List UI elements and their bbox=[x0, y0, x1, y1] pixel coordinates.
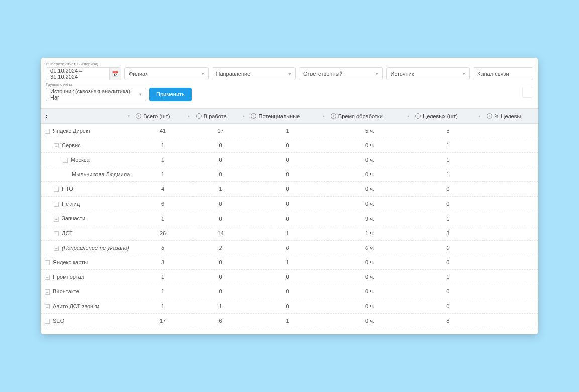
cell-value: 0 bbox=[248, 284, 327, 299]
cell-value: 3 bbox=[133, 255, 193, 269]
settings-icon[interactable] bbox=[522, 87, 533, 98]
period-label: Выберите отчётный период bbox=[46, 62, 533, 66]
expander-icon[interactable]: – bbox=[45, 275, 50, 280]
calendar-icon[interactable]: 📅 bbox=[109, 68, 121, 80]
cell-value: 0 bbox=[193, 197, 248, 211]
cell-value: 1 bbox=[133, 153, 193, 167]
filter-responsible[interactable]: Ответственный ▾ bbox=[299, 67, 383, 80]
cell-value: 0 bbox=[248, 167, 327, 182]
col-processtime[interactable]: iВремя обработки▴ bbox=[328, 109, 412, 124]
filter-channel[interactable]: Канал связи bbox=[473, 67, 533, 80]
cell-value: 0 bbox=[193, 255, 248, 269]
expander-icon[interactable]: – bbox=[63, 158, 68, 163]
info-icon: i bbox=[251, 113, 256, 119]
cell-value: 0 bbox=[248, 197, 327, 211]
table-row[interactable]: –Яндекс карты3010 ч.0 bbox=[41, 255, 538, 269]
group-label: Группы отчёта bbox=[46, 82, 533, 87]
cell-value: 6 bbox=[133, 197, 193, 211]
cell-value: 0 ч. bbox=[328, 240, 412, 255]
expander-icon[interactable]: – bbox=[45, 129, 50, 134]
cell-value: 5 ч. bbox=[328, 124, 412, 138]
row-name: Яндекс карты bbox=[53, 259, 88, 265]
expander-icon[interactable]: – bbox=[45, 289, 50, 295]
col-targetpct[interactable]: i% Целевы bbox=[484, 109, 538, 124]
chevron-down-icon: ▾ bbox=[463, 71, 465, 76]
cell-value: 6 bbox=[193, 314, 248, 328]
cell-value: 17 bbox=[193, 124, 248, 138]
cell-value: 1 bbox=[412, 167, 484, 182]
cell-value: 26 bbox=[133, 226, 193, 240]
expander-icon[interactable]: – bbox=[45, 304, 50, 309]
expander-icon[interactable]: – bbox=[54, 187, 59, 192]
cell-value: 1 ч. bbox=[328, 226, 412, 240]
cell-value: 1 bbox=[133, 269, 193, 284]
cell-value: 1 bbox=[248, 314, 327, 328]
info-icon: i bbox=[415, 113, 421, 119]
cell-value: 1 bbox=[412, 211, 484, 226]
row-name: Промпортал bbox=[53, 274, 84, 280]
row-name: ПТО bbox=[62, 186, 73, 192]
table-row[interactable]: –Москва1000 ч.1 bbox=[41, 153, 538, 167]
chevron-down-icon: ▾ bbox=[288, 71, 291, 76]
date-range-input[interactable]: 01.10.2024 – 31.10.2024 📅 bbox=[46, 67, 121, 80]
table-header-row: ⋮▾ iВсего (шт)▴ iВ работе▴ iПотенциальны… bbox=[41, 109, 538, 124]
expander-icon[interactable]: – bbox=[45, 319, 50, 324]
row-name: ВКонтакте bbox=[53, 288, 79, 295]
cell-value: 1 bbox=[193, 182, 248, 197]
row-name: Авито ДСТ звонки bbox=[53, 303, 99, 309]
table-row[interactable]: –Запчасти1009 ч.1 bbox=[41, 211, 538, 226]
cell-value: 0 ч. bbox=[328, 182, 412, 197]
table-row[interactable]: –Не лид6000 ч.0 bbox=[41, 197, 538, 211]
table-row[interactable]: –Промпортал1000 ч.1 bbox=[41, 269, 538, 284]
cell-value: 1 bbox=[133, 138, 193, 153]
table-row[interactable]: –ВКонтакте1000 ч.0 bbox=[41, 284, 538, 299]
col-potential[interactable]: iПотенциальные▴ bbox=[248, 109, 327, 124]
cell-value: 0 ч. bbox=[328, 299, 412, 314]
filter-direction[interactable]: Направление ▾ bbox=[212, 67, 296, 80]
cell-value: 0 ч. bbox=[328, 269, 412, 284]
expander-icon[interactable]: – bbox=[45, 260, 50, 265]
apply-button[interactable]: Применить bbox=[149, 88, 192, 101]
col-group[interactable]: ⋮▾ bbox=[41, 109, 133, 124]
expander-icon[interactable]: – bbox=[54, 246, 59, 251]
filter-source[interactable]: Источник ▾ bbox=[386, 67, 470, 80]
expander-icon[interactable]: – bbox=[54, 202, 59, 207]
cell-value: 0 ч. bbox=[328, 255, 412, 269]
cell-value: 0 bbox=[248, 182, 327, 197]
table-row[interactable]: –Яндекс.Директ411715 ч.5 bbox=[41, 124, 538, 138]
table-row[interactable]: Мыльникова Людмила1000 ч.1 bbox=[41, 167, 538, 182]
table-row[interactable]: –ДСТ261411 ч.3 bbox=[41, 226, 538, 240]
cell-value: 0 bbox=[193, 167, 248, 182]
cell-value: 1 bbox=[412, 153, 484, 167]
expander-icon[interactable]: – bbox=[54, 143, 59, 148]
table-row[interactable]: –(Направление не указано)3200 ч.0 bbox=[41, 240, 538, 255]
expander-icon[interactable]: – bbox=[54, 231, 59, 236]
cell-value: 17 bbox=[133, 314, 193, 328]
table-row[interactable]: –Сервис1000 ч.1 bbox=[41, 138, 538, 153]
cell-value: 0 bbox=[412, 240, 484, 255]
cell-value: 0 ч. bbox=[328, 284, 412, 299]
cell-value: 9 ч. bbox=[328, 211, 412, 226]
expander-icon[interactable]: – bbox=[54, 217, 59, 222]
row-name: Яндекс.Директ bbox=[53, 128, 91, 134]
cell-value: 1 bbox=[412, 269, 484, 284]
filter-grouping[interactable]: Источник (сквозная аналитика), Наг ▾ bbox=[46, 88, 146, 101]
table-row[interactable]: –ПТО4100 ч.0 bbox=[41, 182, 538, 197]
cell-value: 0 bbox=[193, 153, 248, 167]
cell-value: 1 bbox=[248, 226, 327, 240]
row-name: SEO bbox=[53, 318, 64, 324]
cell-value: 0 ч. bbox=[328, 138, 412, 153]
cell-value: 0 bbox=[193, 269, 248, 284]
cell-value: 3 bbox=[412, 226, 484, 240]
cell-value: 0 bbox=[412, 299, 484, 314]
cell-value: 1 bbox=[133, 211, 193, 226]
row-name: Сервис bbox=[62, 142, 81, 148]
col-inwork[interactable]: iВ работе▴ bbox=[193, 109, 248, 124]
col-target[interactable]: iЦелевых (шт)▴ bbox=[412, 109, 484, 124]
table-row[interactable]: –SEO17610 ч.8 bbox=[41, 314, 538, 328]
col-total[interactable]: iВсего (шт)▴ bbox=[133, 109, 193, 124]
table-row[interactable]: –Авито ДСТ звонки1100 ч.0 bbox=[41, 299, 538, 314]
cell-value: 1 bbox=[133, 167, 193, 182]
cell-value: 0 bbox=[193, 284, 248, 299]
filter-branch[interactable]: Филиал ▾ bbox=[124, 67, 209, 80]
